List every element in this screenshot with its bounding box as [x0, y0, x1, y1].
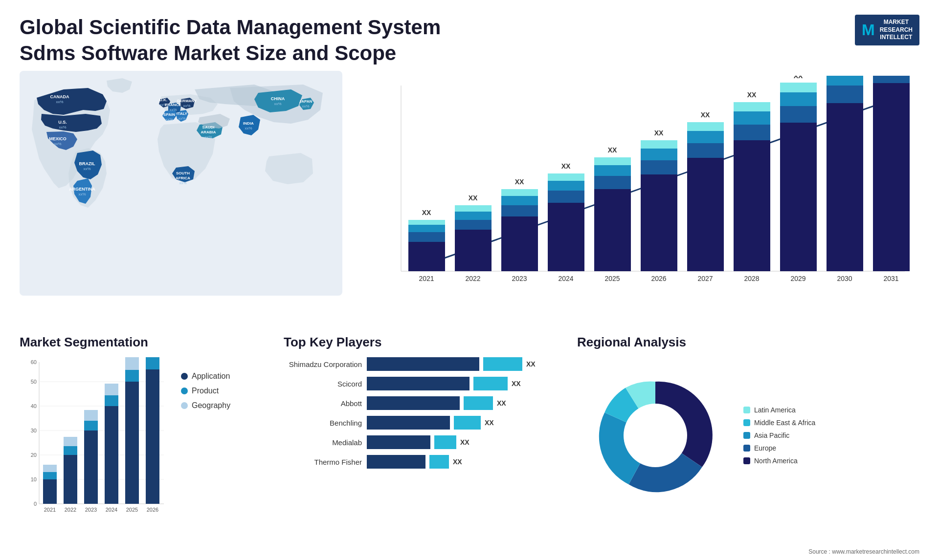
player-row-scicord: Scicord XX — [284, 377, 567, 390]
svg-rect-88 — [873, 76, 910, 83]
svg-rect-39 — [408, 225, 445, 232]
donut-chart — [577, 357, 734, 514]
source-text: Source : www.marketresearchintellect.com — [808, 548, 919, 555]
svg-text:ITALY: ITALY — [177, 111, 187, 116]
svg-text:2022: 2022 — [465, 275, 480, 282]
player-name: Thermo Fisher — [284, 458, 362, 466]
player-bar-dark — [367, 455, 425, 469]
legend-product: Product — [181, 387, 230, 395]
svg-text:GERMANY: GERMANY — [177, 99, 198, 103]
player-name: Scicord — [284, 380, 362, 388]
latin-america-dot — [743, 407, 750, 413]
regional-legend: Latin America Middle East & Africa Asia … — [743, 406, 815, 465]
svg-rect-82 — [827, 103, 863, 271]
key-players-section: Top Key Players Shimadzu Corporation XX … — [284, 335, 567, 555]
svg-text:XX: XX — [608, 146, 617, 154]
player-name: Benchling — [284, 419, 362, 427]
svg-text:JAPAN: JAPAN — [299, 99, 313, 104]
svg-rect-84 — [827, 76, 863, 86]
middle-east-dot — [743, 419, 750, 426]
svg-text:XX: XX — [654, 129, 664, 137]
svg-rect-59 — [594, 165, 631, 176]
asia-pacific-dot — [743, 432, 750, 439]
player-bar-container: XX — [367, 357, 536, 371]
map-section: CANADA xx% U.S. xx% MEXICO xx% BRAZIL xx… — [20, 71, 342, 325]
svg-text:2022: 2022 — [65, 507, 76, 513]
svg-text:xx%: xx% — [78, 192, 86, 196]
bar-chart: XX XX XX XX — [362, 76, 919, 301]
svg-rect-122 — [64, 437, 77, 446]
svg-rect-70 — [687, 122, 724, 131]
logo: M MARKET RESEARCH INTELLECT — [855, 15, 919, 45]
svg-rect-62 — [641, 174, 677, 271]
world-map: CANADA xx% U.S. xx% MEXICO xx% BRAZIL xx… — [20, 71, 342, 296]
product-dot — [181, 388, 188, 394]
svg-rect-125 — [84, 410, 98, 421]
seg-chart-container: 0 10 20 30 40 50 60 — [20, 357, 274, 533]
player-bar-container: XX — [367, 396, 506, 410]
svg-rect-58 — [594, 176, 631, 189]
svg-text:2021: 2021 — [419, 275, 434, 282]
svg-text:2028: 2028 — [744, 275, 759, 282]
logo-text: MARKET RESEARCH INTELLECT — [880, 19, 913, 42]
svg-rect-127 — [105, 395, 118, 406]
svg-text:2029: 2029 — [790, 275, 805, 282]
svg-text:2030: 2030 — [837, 275, 852, 282]
player-row-thermofisher: Thermo Fisher XX — [284, 455, 567, 469]
svg-text:XX: XX — [469, 194, 478, 202]
svg-rect-55 — [548, 173, 584, 181]
svg-text:2026: 2026 — [651, 275, 666, 282]
svg-rect-38 — [408, 232, 445, 242]
svg-text:xx%: xx% — [245, 126, 252, 130]
svg-rect-69 — [687, 131, 724, 143]
player-bar-container: XX — [367, 435, 470, 449]
legend-north-america: North America — [743, 457, 815, 465]
svg-text:2031: 2031 — [883, 275, 898, 282]
player-name: Medialab — [284, 438, 362, 447]
svg-rect-80 — [780, 83, 817, 92]
svg-text:xx%: xx% — [183, 104, 190, 108]
svg-text:40: 40 — [31, 403, 37, 409]
svg-text:xx%: xx% — [59, 125, 66, 129]
svg-rect-48 — [501, 205, 538, 216]
europe-dot — [743, 445, 750, 452]
player-value: XX — [485, 419, 494, 427]
legend-application: Application — [181, 372, 230, 381]
svg-text:xx%: xx% — [302, 104, 309, 108]
svg-text:2023: 2023 — [85, 507, 97, 513]
svg-rect-87 — [873, 83, 910, 271]
svg-text:AFRICA: AFRICA — [176, 176, 190, 180]
svg-rect-57 — [594, 189, 631, 271]
bottom-section: Market Segmentation 0 10 20 30 40 50 60 — [0, 325, 939, 560]
regional-section: Regional Analysis — [577, 335, 919, 555]
svg-text:XX: XX — [561, 162, 571, 170]
regional-title: Regional Analysis — [577, 335, 919, 350]
player-bar-container: XX — [367, 455, 462, 469]
svg-rect-40 — [408, 220, 445, 225]
player-bar-container: XX — [367, 377, 521, 390]
player-bar-light — [464, 396, 493, 410]
players-list: Shimadzu Corporation XX Scicord XX — [284, 357, 567, 469]
svg-text:30: 30 — [31, 428, 37, 433]
svg-rect-73 — [734, 125, 770, 140]
header: Global Scientific Data Management System… — [0, 0, 939, 71]
svg-text:XX: XX — [422, 209, 431, 216]
svg-text:SOUTH: SOUTH — [176, 171, 190, 175]
svg-rect-68 — [687, 143, 724, 158]
svg-text:ARGENTINA: ARGENTINA — [69, 187, 95, 192]
player-bar-light — [454, 416, 481, 430]
svg-text:2021: 2021 — [44, 507, 56, 513]
svg-text:xx%: xx% — [165, 117, 173, 122]
top-content: CANADA xx% U.S. xx% MEXICO xx% BRAZIL xx… — [0, 71, 939, 325]
player-bar-container: XX — [367, 416, 494, 430]
svg-rect-44 — [455, 212, 492, 220]
svg-text:2023: 2023 — [512, 275, 527, 282]
legend-asia-pacific: Asia Pacific — [743, 431, 815, 439]
bar-chart-section: XX XX XX XX — [352, 71, 919, 325]
player-bar-light — [483, 357, 522, 371]
player-row-abbott: Abbott XX — [284, 396, 567, 410]
svg-rect-120 — [64, 455, 77, 504]
player-value: XX — [512, 380, 521, 388]
segmentation-title: Market Segmentation — [20, 335, 274, 350]
svg-rect-132 — [146, 369, 159, 504]
